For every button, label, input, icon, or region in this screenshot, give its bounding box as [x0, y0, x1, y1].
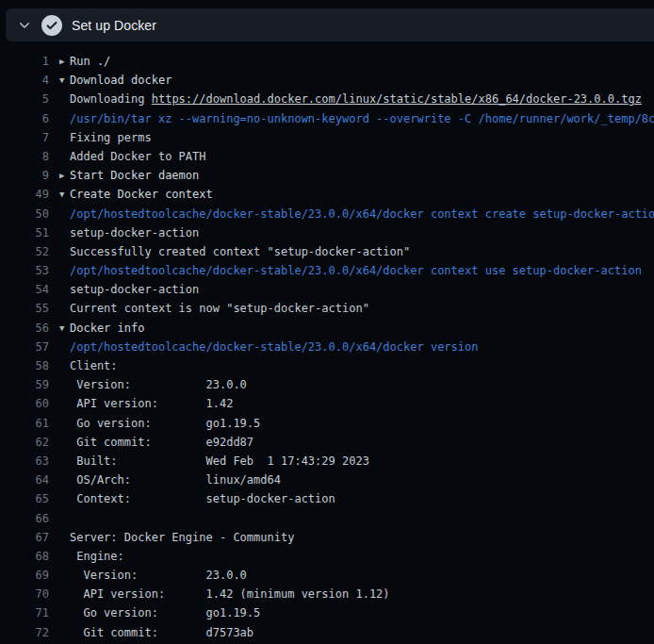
line-number-link[interactable]: 8: [0, 147, 49, 166]
line-number-link[interactable]: 64: [0, 471, 49, 489]
log-text: setup-docker-action: [70, 223, 199, 242]
line-number-link[interactable]: 61: [0, 414, 49, 433]
line-number-link[interactable]: 65: [0, 489, 49, 508]
log-line: 70 API version: 1.42 (minimum version 1.…: [0, 585, 654, 603]
group-title[interactable]: Docker info: [70, 319, 144, 338]
line-number-link[interactable]: 57: [0, 338, 49, 356]
line-number-link[interactable]: 6: [0, 109, 49, 128]
log-line: 62 Git commit: e92dd87: [0, 433, 654, 452]
line-number-link[interactable]: 52: [0, 242, 49, 261]
line-number-link[interactable]: 9: [0, 166, 49, 185]
line-number-link[interactable]: 63: [0, 452, 49, 471]
line-number-link[interactable]: 51: [0, 223, 49, 242]
line-number-link[interactable]: 62: [0, 433, 49, 452]
marker-spacer: [49, 261, 70, 280]
marker-spacer: [49, 375, 70, 394]
group-title[interactable]: Create Docker context: [70, 185, 213, 204]
log-text: API version: 1.42: [70, 394, 233, 413]
log-line: 71 Go version: go1.19.5: [0, 603, 654, 622]
log-line: 51setup-docker-action: [0, 223, 654, 242]
log-container: 1▶Run ./4▼Download docker5Downloading ht…: [0, 52, 654, 642]
line-number-link[interactable]: 5: [0, 90, 49, 108]
line-number-link[interactable]: 4: [0, 71, 49, 90]
log-text: Downloading: [70, 90, 152, 108]
log-text: Server: Docker Engine - Community: [70, 528, 294, 547]
log-text: setup-docker-action: [70, 280, 199, 299]
log-line: 1▶Run ./: [0, 52, 654, 71]
line-number-link[interactable]: 60: [0, 394, 49, 413]
log-line: 7Fixing perms: [0, 128, 654, 147]
log-text: Version: 23.0.0: [70, 566, 247, 585]
log-line: 65 Context: setup-docker-action: [0, 489, 654, 508]
log-text: Version: 23.0.0: [70, 375, 247, 394]
log-text: Added Docker to PATH: [70, 147, 206, 166]
line-number-link[interactable]: 68: [0, 547, 49, 566]
log-line: 64 OS/Arch: linux/amd64: [0, 471, 654, 489]
command-text: /opt/hostedtoolcache/docker-stable/23.0.…: [70, 205, 654, 223]
marker-spacer: [49, 623, 70, 642]
log-line: 50/opt/hostedtoolcache/docker-stable/23.…: [0, 205, 654, 223]
step-header[interactable]: Set up Docker: [6, 8, 654, 41]
log-text: Context: setup-docker-action: [70, 489, 335, 508]
marker-spacer: [49, 471, 70, 489]
line-number-link[interactable]: 55: [0, 299, 49, 318]
group-expand-icon[interactable]: ▶: [49, 166, 70, 185]
marker-spacer: [49, 585, 70, 603]
line-number-link[interactable]: 59: [0, 375, 49, 394]
group-expand-icon[interactable]: ▶: [49, 52, 70, 71]
marker-spacer: [49, 603, 70, 622]
marker-spacer: [49, 528, 70, 547]
marker-spacer: [49, 433, 70, 452]
log-text: Successfully created context "setup-dock…: [70, 242, 410, 261]
group-title[interactable]: Download docker: [70, 71, 172, 90]
marker-spacer: [49, 205, 70, 223]
line-number-link[interactable]: 66: [0, 509, 49, 528]
group-title[interactable]: Start Docker daemon: [70, 166, 199, 185]
line-number-link[interactable]: 67: [0, 528, 49, 547]
log-line: 55Current context is now "setup-docker-a…: [0, 299, 654, 318]
group-collapse-icon[interactable]: ▼: [49, 185, 70, 204]
line-number-link[interactable]: 69: [0, 566, 49, 585]
line-number-link[interactable]: 7: [0, 128, 49, 147]
log-line: 6/usr/bin/tar xz --warning=no-unknown-ke…: [0, 109, 654, 128]
log-line: 4▼Download docker: [0, 71, 654, 90]
line-number-link[interactable]: 49: [0, 185, 49, 204]
line-number-link[interactable]: 58: [0, 356, 49, 375]
log-line: 53/opt/hostedtoolcache/docker-stable/23.…: [0, 261, 654, 280]
log-link[interactable]: https://download.docker.com/linux/static…: [152, 90, 642, 108]
marker-spacer: [49, 109, 70, 128]
log-line: 68 Engine:: [0, 547, 654, 566]
log-line: 49▼Create Docker context: [0, 185, 654, 204]
marker-spacer: [49, 509, 70, 528]
log-line: 8Added Docker to PATH: [0, 147, 654, 166]
marker-spacer: [49, 280, 70, 299]
group-collapse-icon[interactable]: ▼: [49, 71, 70, 90]
check-circle-icon: [41, 15, 62, 36]
log-line: 67Server: Docker Engine - Community: [0, 528, 654, 547]
marker-spacer: [49, 242, 70, 261]
group-collapse-icon[interactable]: ▼: [49, 319, 70, 338]
marker-spacer: [49, 452, 70, 471]
line-number-link[interactable]: 56: [0, 319, 49, 338]
log-line: 61 Go version: go1.19.5: [0, 414, 654, 433]
marker-spacer: [49, 414, 70, 433]
group-title[interactable]: Run ./: [70, 52, 110, 71]
chevron-down-icon[interactable]: [17, 18, 32, 33]
log-line: 56▼Docker info: [0, 319, 654, 338]
log-line: 58Client:: [0, 356, 654, 375]
line-number-link[interactable]: 72: [0, 623, 49, 642]
line-number-link[interactable]: 71: [0, 603, 49, 622]
log-text: Built: Wed Feb 1 17:43:29 2023: [70, 452, 369, 471]
command-text: /opt/hostedtoolcache/docker-stable/23.0.…: [70, 338, 478, 356]
line-number-link[interactable]: 1: [0, 52, 49, 71]
log-text: Go version: go1.19.5: [70, 414, 260, 433]
marker-spacer: [49, 147, 70, 166]
log-line: 60 API version: 1.42: [0, 394, 654, 413]
command-text: /usr/bin/tar xz --warning=no-unknown-key…: [70, 109, 654, 128]
line-number-link[interactable]: 50: [0, 205, 49, 223]
log-text: Git commit: d7573ab: [70, 623, 253, 642]
line-number-link[interactable]: 70: [0, 585, 49, 603]
line-number-link[interactable]: 54: [0, 280, 49, 299]
line-number-link[interactable]: 53: [0, 261, 49, 280]
marker-spacer: [49, 356, 70, 375]
